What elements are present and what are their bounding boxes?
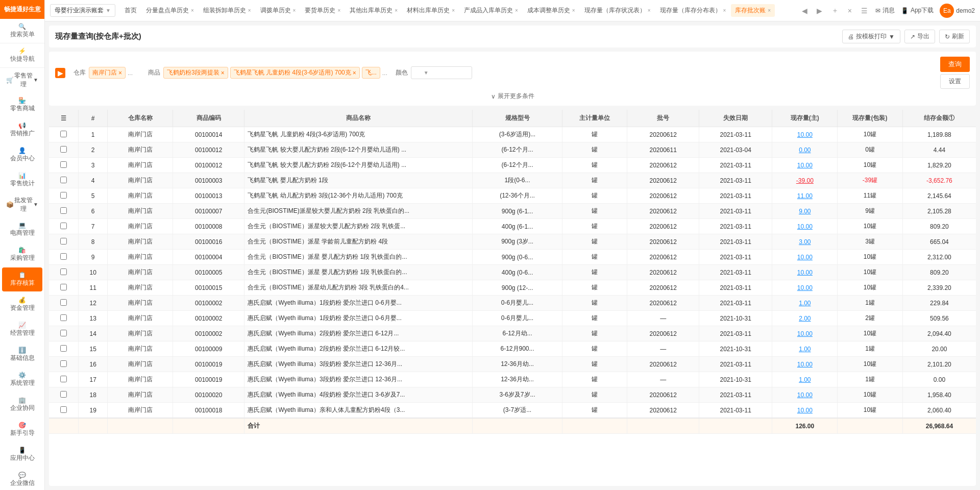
cell-qty-main[interactable]: -39.00	[772, 173, 838, 188]
export-button[interactable]: ↗ 导出	[904, 30, 935, 43]
sidebar-item-marketing[interactable]: 📢 营销推广	[2, 118, 42, 142]
sidebar-item-retail[interactable]: 🛒 零售管理 ▼	[2, 68, 42, 92]
cell-qty-main[interactable]: 10.00	[772, 326, 838, 341]
sidebar-item-guide[interactable]: 🎯 新手引导	[2, 418, 42, 442]
app-download-btn[interactable]: 📱 App下载	[901, 6, 934, 15]
sidebar-item-purchase[interactable]: 🛍️ 采购管理	[2, 242, 42, 266]
cell-qty-main[interactable]: 10.00	[772, 387, 838, 403]
tab-transfer[interactable]: 调拨单历史 ×	[256, 4, 300, 17]
tab-cost-adjust[interactable]: 成本调整单历史 ×	[523, 4, 579, 17]
cell-check[interactable]	[49, 127, 78, 142]
cell-qty-main[interactable]: 10.00	[772, 219, 838, 234]
cell-check[interactable]	[49, 326, 78, 341]
tab-close-split-check[interactable]: ×	[191, 8, 194, 13]
nav-close-tab[interactable]: ×	[846, 7, 853, 15]
sidebar-item-finance[interactable]: 💰 资金管理	[2, 292, 42, 316]
tab-stock-batch[interactable]: 库存批次账 ×	[731, 4, 775, 17]
sidebar-item-quick-nav[interactable]: ⚡ 快捷导航	[0, 43, 44, 68]
cell-check[interactable]	[49, 142, 78, 158]
settings-button[interactable]: 设置	[940, 74, 970, 89]
cell-qty-main[interactable]: 1.00	[772, 296, 838, 311]
cell-check[interactable]	[49, 311, 78, 326]
color-dropdown[interactable]: ▼	[411, 66, 472, 79]
tab-close-cost-adjust[interactable]: ×	[572, 8, 575, 13]
sidebar-item-enterprise-wechat[interactable]: 💬 企业微信	[2, 468, 42, 490]
cell-check[interactable]	[49, 173, 78, 188]
sidebar-item-app-center[interactable]: 📱 应用中心	[2, 443, 42, 467]
table-scroll[interactable]: ☰ # 仓库名称 商品编码 商品名称 规格型号 主计量单位 批号 失效日期 现存…	[49, 110, 976, 486]
cell-check[interactable]	[49, 234, 78, 250]
cell-qty-main[interactable]: 2.00	[772, 311, 838, 326]
cell-qty-main[interactable]: 3.00	[772, 234, 838, 250]
nav-add-tab[interactable]: ＋	[830, 6, 840, 15]
cell-check[interactable]	[49, 280, 78, 296]
warehouse-more[interactable]: ...	[128, 69, 133, 77]
sidebar-item-basic[interactable]: ℹ️ 基础信息	[2, 342, 42, 366]
sidebar-item-search[interactable]: 🔍 搜索英单	[0, 19, 44, 43]
user-profile[interactable]: Ea demo2	[940, 4, 975, 18]
sidebar-item-retail-mall[interactable]: 🏪 零售商城	[2, 93, 42, 117]
tab-close-stock-status[interactable]: ×	[648, 8, 651, 13]
template-print-button[interactable]: 🖨 按模板打印 ▼	[842, 30, 900, 43]
cell-check[interactable]	[49, 204, 78, 219]
cell-qty-main[interactable]: 10.00	[772, 265, 838, 280]
sidebar-item-retail-stats[interactable]: 📊 零售统计	[2, 168, 42, 192]
cell-qty-main[interactable]: 10.00	[772, 357, 838, 372]
tab-close-transfer[interactable]: ×	[293, 8, 296, 13]
cell-check[interactable]	[49, 219, 78, 234]
sidebar-item-wholesale[interactable]: 📦 批发管理 ▼	[2, 193, 42, 216]
sidebar-item-enterprise[interactable]: 🏢 企业协同	[2, 393, 42, 416]
cell-qty-main[interactable]: 10.00	[772, 250, 838, 265]
cell-qty-main[interactable]: 9.00	[772, 204, 838, 219]
query-button[interactable]: 查询	[940, 57, 970, 72]
cell-qty-main[interactable]: 10.00	[772, 158, 838, 173]
sidebar-item-member[interactable]: 👤 会员中心	[2, 143, 42, 167]
sidebar-item-ecommerce[interactable]: 💻 电商管理	[2, 217, 42, 241]
warehouse-tag-close-0[interactable]: ×	[118, 69, 122, 77]
tab-stock-dist[interactable]: 现存量（库存分布表） ×	[656, 4, 730, 17]
nav-prev-arrow[interactable]: ◀	[800, 7, 809, 15]
tab-requisition[interactable]: 要货单历史 ×	[301, 4, 345, 17]
tab-disassemble[interactable]: 组装拆卸单历史 ×	[199, 4, 255, 17]
sidebar-item-system[interactable]: ⚙️ 系统管理	[2, 368, 42, 391]
filter-expand-more[interactable]: ∨ 展开更多条件	[55, 92, 970, 101]
cell-check[interactable]	[49, 188, 78, 204]
tab-stock-status[interactable]: 现存量（库存状况表） ×	[580, 4, 655, 17]
product-tag-close-1[interactable]: ×	[353, 69, 356, 77]
tab-close-other-out[interactable]: ×	[395, 8, 398, 13]
industry-selector[interactable]: 母婴行业演示账套 ▼	[50, 4, 115, 17]
cell-check[interactable]	[49, 403, 78, 419]
sidebar-item-operations[interactable]: 📈 经营管理	[2, 317, 42, 341]
tab-close-stock-batch[interactable]: ×	[768, 8, 771, 13]
cell-check[interactable]	[49, 265, 78, 280]
cell-check[interactable]	[49, 250, 78, 265]
refresh-button[interactable]: ↻ 刷新	[939, 30, 970, 43]
tab-close-product-in[interactable]: ×	[515, 8, 518, 13]
tab-split-check[interactable]: 分量盘点单历史 ×	[142, 4, 198, 17]
cell-qty-main[interactable]: 11.00	[772, 188, 838, 204]
cell-qty-main[interactable]: 1.00	[772, 341, 838, 357]
product-tag-close-0[interactable]: ×	[221, 69, 225, 77]
cell-check[interactable]	[49, 357, 78, 372]
cell-qty-main[interactable]: 1.00	[772, 372, 838, 387]
nav-next-arrow[interactable]: ▶	[815, 7, 824, 15]
tab-material-out[interactable]: 材料出库单历史 ×	[403, 4, 459, 17]
tab-home[interactable]: 首页	[120, 4, 141, 17]
tab-close-requisition[interactable]: ×	[337, 8, 340, 13]
nav-menu[interactable]: ☰	[860, 7, 869, 15]
tab-close-material-out[interactable]: ×	[452, 8, 455, 13]
tab-other-out[interactable]: 其他出库单历史 ×	[346, 4, 402, 17]
cell-qty-main[interactable]: 0.00	[772, 142, 838, 158]
tab-close-disassemble[interactable]: ×	[248, 8, 251, 13]
tab-close-stock-dist[interactable]: ×	[723, 8, 726, 13]
cell-qty-main[interactable]: 10.00	[772, 280, 838, 296]
tab-product-in[interactable]: 产成品入库单历史 ×	[460, 4, 522, 17]
cell-check[interactable]	[49, 387, 78, 403]
cell-check[interactable]	[49, 341, 78, 357]
product-more[interactable]: ...	[382, 69, 387, 77]
message-btn[interactable]: ✉ 消息	[875, 6, 895, 15]
cell-check[interactable]	[49, 296, 78, 311]
cell-qty-main[interactable]: 10.00	[772, 127, 838, 142]
cell-check[interactable]	[49, 158, 78, 173]
cell-qty-main[interactable]: 10.00	[772, 403, 838, 419]
